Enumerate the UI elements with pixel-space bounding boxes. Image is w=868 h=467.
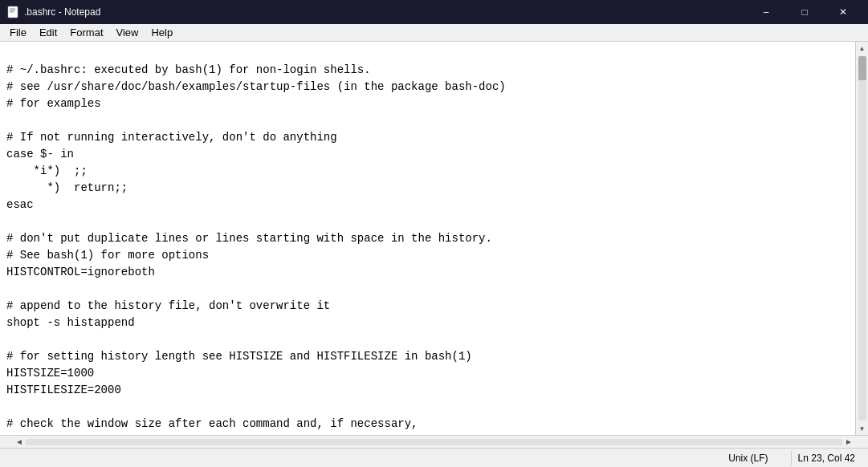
scroll-up-arrow[interactable]: ▲ [856,42,869,55]
status-bar: Unix (LF) Ln 23, Col 42 [0,448,868,467]
menu-view[interactable]: View [110,25,145,40]
horizontal-scrollbar[interactable]: ◄ ► [0,435,868,448]
title-bar-controls: – □ ✕ [748,0,862,24]
scroll-left-arrow[interactable]: ◄ [13,437,26,446]
vertical-scrollbar[interactable]: ▲ ▼ [855,42,868,435]
minimize-button[interactable]: – [748,0,784,24]
menu-format[interactable]: Format [63,25,109,40]
status-encoding: Unix (LF) [722,451,774,465]
editor-content[interactable]: # ~/.bashrc: executed by bash(1) for non… [0,42,868,435]
menu-bar: File Edit Format View Help [0,24,868,42]
scroll-v-thumb[interactable] [858,56,866,80]
title-bar: .bashrc - Notepad – □ ✕ [0,0,868,24]
maximize-button[interactable]: □ [786,0,823,24]
editor-scroll[interactable]: # ~/.bashrc: executed by bash(1) for non… [0,42,868,435]
editor-container: # ~/.bashrc: executed by bash(1) for non… [0,42,868,448]
status-position: Ln 23, Col 42 [791,451,862,465]
menu-edit[interactable]: Edit [33,25,63,40]
app-icon [6,6,19,18]
menu-file[interactable]: File [3,25,33,40]
window-title: .bashrc - Notepad [24,6,100,18]
scroll-down-arrow[interactable]: ▼ [856,422,869,435]
scroll-v-track[interactable] [858,56,866,420]
scroll-h-track[interactable] [26,439,842,445]
menu-help[interactable]: Help [145,25,179,40]
scroll-right-arrow[interactable]: ► [842,437,855,446]
close-button[interactable]: ✕ [825,0,862,24]
